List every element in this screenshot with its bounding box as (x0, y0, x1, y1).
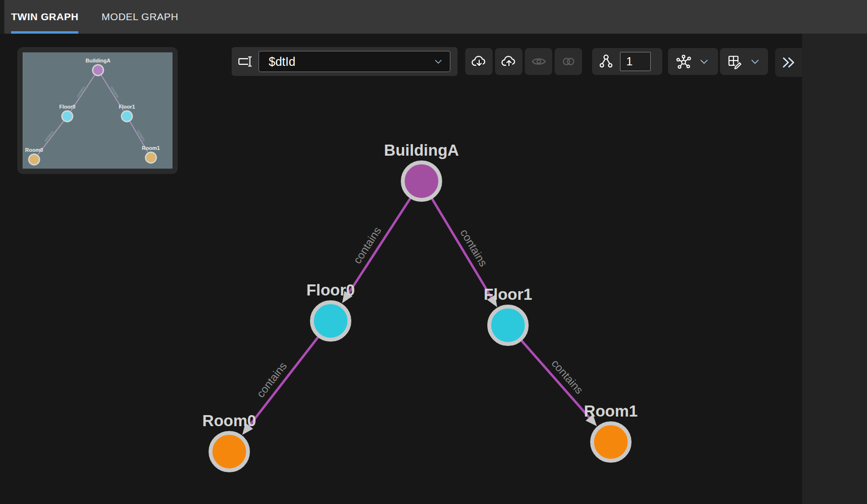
download-twins-button[interactable] (465, 48, 493, 75)
twin-graph-canvas[interactable]: containscontainscontainscontainsBuilding… (0, 34, 802, 504)
tab-twin-graph-label: TWIN GRAPH (11, 11, 78, 23)
chevron-down-icon (433, 56, 444, 67)
minimap-node-Room0 (29, 154, 40, 165)
double-chevron-right-icon (780, 54, 797, 71)
table-edit-dropdown-button[interactable] (720, 48, 768, 75)
minimap-node-label: Floor1 (119, 104, 135, 110)
minimap-svg: containscontainscontainscontainsBuilding… (23, 52, 173, 169)
link-icon (560, 53, 577, 70)
window-edge-strip (0, 0, 4, 34)
upload-twins-button[interactable] (495, 48, 522, 75)
minimap-node-Room1 (146, 152, 157, 163)
minimap-node-label: BuildingA (86, 58, 111, 63)
show-relationships-button[interactable] (555, 48, 582, 75)
minimap[interactable]: containscontainscontainscontainsBuilding… (17, 47, 178, 174)
side-panel (802, 34, 867, 504)
expansion-level-input[interactable] (620, 52, 651, 71)
expansion-tree-icon (592, 53, 620, 70)
graph-node-label: Room0 (202, 412, 256, 430)
graph-node-BuildingA[interactable] (403, 162, 440, 200)
minimap-node-BuildingA (93, 65, 104, 76)
property-combobox-value: $dtId (269, 55, 296, 69)
layout-dropdown-button[interactable] (668, 48, 718, 75)
graph-edge (421, 181, 493, 300)
expansion-level-group (592, 48, 662, 75)
minimap-node-Floor1 (122, 111, 133, 122)
graph-node-Room1[interactable] (592, 423, 630, 461)
minimap-node-label: Room1 (142, 145, 160, 151)
graph-action-buttons (465, 48, 582, 75)
cloud-download-icon (471, 53, 487, 70)
graph-node-Floor0[interactable] (312, 302, 349, 340)
cloud-upload-icon (501, 53, 517, 70)
graph-node-label: Room1 (584, 402, 638, 420)
chevron-down-icon (749, 55, 761, 68)
graph-node-Room0[interactable] (211, 433, 248, 470)
tab-bar: TWIN GRAPH MODEL GRAPH (0, 0, 867, 34)
minimap-node-label: Room0 (25, 147, 43, 153)
graph-node-label: Floor0 (307, 281, 355, 299)
tab-twin-graph[interactable]: TWIN GRAPH (4, 0, 90, 34)
graph-layout-icon (676, 53, 692, 70)
show-all-button[interactable] (525, 48, 552, 75)
tab-model-graph[interactable]: MODEL GRAPH (90, 0, 190, 34)
minimap-node-label: Floor0 (59, 104, 75, 110)
table-edit-icon (727, 53, 743, 70)
minimap-node-Floor0 (62, 111, 73, 122)
graph-node-label: Floor1 (484, 285, 533, 303)
property-combobox[interactable]: $dtId (259, 51, 450, 72)
graph-node-label: BuildingA (384, 141, 459, 159)
property-select-group: $dtId (232, 47, 458, 76)
expand-panel-button[interactable] (775, 48, 802, 77)
tab-model-graph-label: MODEL GRAPH (101, 11, 178, 23)
graph-node-Floor1[interactable] (489, 307, 527, 344)
rename-icon (232, 54, 259, 69)
chevron-down-icon (698, 55, 710, 68)
eye-icon (531, 53, 547, 70)
